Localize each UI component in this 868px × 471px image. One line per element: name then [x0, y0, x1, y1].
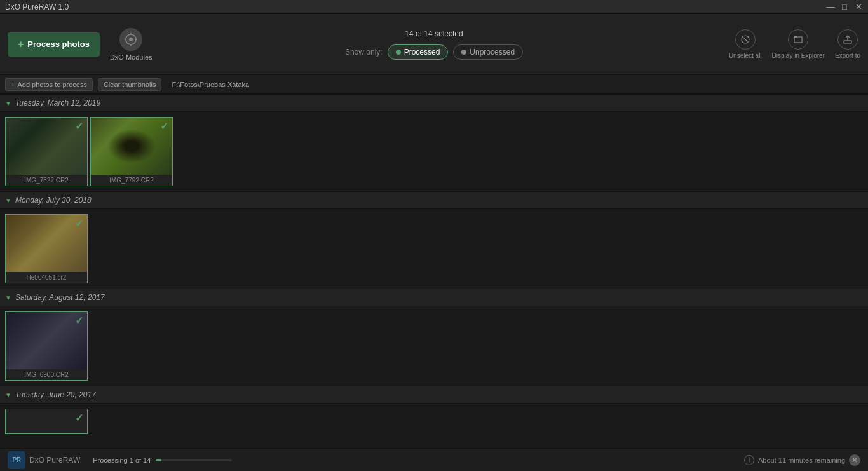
svg-point-1	[129, 38, 133, 41]
date-group-3: ▼ Saturday, August 12, 2017 IMG_6900.CR2…	[0, 289, 868, 386]
chevron-down-icon: ▼	[5, 392, 11, 399]
path-folder: \Fotos\	[178, 81, 200, 88]
list-item[interactable]: IMG_6900.CR2 ✓	[5, 311, 88, 381]
path-prefix: F:	[172, 81, 178, 88]
add-photos-button[interactable]: + Add photos to process	[5, 78, 93, 91]
logo-text: PR	[13, 456, 21, 463]
check-icon-3: ✓	[75, 217, 83, 229]
progress-bar	[156, 459, 232, 461]
display-in-explorer-label: Display in Explorer	[772, 52, 825, 59]
info-icon: i	[744, 455, 754, 465]
maximize-button[interactable]: □	[840, 3, 849, 11]
process-photos-button[interactable]: + Process photos	[8, 32, 100, 57]
filter-label: Show only:	[345, 48, 383, 57]
processed-dot	[396, 50, 401, 55]
photo-grid-3: IMG_6900.CR2 ✓	[0, 306, 868, 386]
filter-processed-button[interactable]: Processed	[388, 44, 449, 60]
date-label-4: Tuesday, June 20, 2017	[15, 390, 96, 399]
display-in-explorer-icon	[788, 29, 808, 50]
dxo-modules-label: DxO Modules	[110, 53, 153, 61]
unselect-all-label: Unselect all	[729, 52, 762, 59]
photo-label-3: file004051.cr2	[6, 272, 87, 283]
export-to-label: Export to	[835, 52, 860, 59]
toolbar-center: 14 of 14 selected Show only: Processed U…	[345, 29, 523, 60]
path-subfolder: Pruebas Xataka	[200, 81, 249, 88]
date-group-4: ▼ Tuesday, June 20, 2017 ✓	[0, 386, 868, 439]
close-processing-button[interactable]: ✕	[849, 454, 860, 466]
photo-label-4: IMG_6900.CR2	[6, 369, 87, 380]
app-title: DxO PureRAW 1.0	[5, 3, 69, 11]
app-logo: PR DxO PureRAW	[8, 451, 80, 469]
photo-grid-1: IMG_7822.CR2 ✓ IMG_7792.CR2 ✓	[0, 112, 868, 191]
date-header-1[interactable]: ▼ Tuesday, March 12, 2019	[0, 94, 868, 112]
chevron-down-icon: ▼	[5, 100, 11, 107]
toolbar-right: Unselect all Display in Explorer Export …	[729, 29, 860, 59]
check-icon-4: ✓	[75, 315, 83, 327]
check-icon-1: ✓	[75, 120, 83, 132]
export-to-button[interactable]: Export to	[835, 29, 860, 59]
display-in-explorer-button[interactable]: Display in Explorer	[772, 29, 825, 59]
close-window-button[interactable]: ✕	[854, 3, 863, 11]
path-display: F:\Fotos\Pruebas Xataka	[172, 81, 249, 88]
window-controls: — □ ✕	[826, 3, 863, 11]
date-header-2[interactable]: ▼ Monday, July 30, 2018	[0, 191, 868, 209]
clear-thumbnails-label: Clear thumbnails	[104, 81, 156, 88]
date-label-1: Tuesday, March 12, 2019	[15, 99, 100, 107]
add-photos-plus-icon: +	[11, 81, 15, 88]
chevron-down-icon: ▼	[5, 294, 11, 301]
status-bar: PR DxO PureRAW Processing 1 of 14 i Abou…	[0, 448, 868, 471]
date-group-2: ▼ Monday, July 30, 2018 file004051.cr2 ✓	[0, 191, 868, 289]
unselect-all-button[interactable]: Unselect all	[729, 29, 762, 59]
secondary-toolbar: + Add photos to process Clear thumbnails…	[0, 75, 868, 94]
time-remaining-label: About 11 minutes remaining	[758, 456, 845, 464]
dxo-modules-icon	[119, 28, 142, 51]
photo-label-2: IMG_7792.CR2	[91, 175, 172, 186]
filter-unprocessed-label: Unprocessed	[470, 48, 515, 57]
list-item[interactable]: IMG_7822.CR2 ✓	[5, 117, 88, 186]
date-header-4[interactable]: ▼ Tuesday, June 20, 2017	[0, 386, 868, 404]
check-icon-5: ✓	[75, 412, 83, 424]
date-group-1: ▼ Tuesday, March 12, 2019 IMG_7822.CR2 ✓…	[0, 94, 868, 191]
app-logo-icon: PR	[8, 451, 25, 469]
date-label-3: Saturday, August 12, 2017	[15, 293, 105, 302]
app-name-label: DxO PureRAW	[29, 456, 80, 465]
list-item[interactable]: ✓	[5, 409, 88, 434]
date-label-2: Monday, July 30, 2018	[15, 196, 92, 205]
chevron-down-icon: ▼	[5, 197, 11, 204]
svg-rect-8	[794, 37, 802, 43]
time-remaining: i About 11 minutes remaining ✕	[744, 454, 860, 466]
photo-grid-4: ✓	[0, 404, 868, 439]
process-photos-label: Process photos	[27, 39, 90, 49]
check-icon-2: ✓	[160, 120, 168, 132]
list-item[interactable]: file004051.cr2 ✓	[5, 214, 88, 283]
unselect-all-icon	[735, 29, 756, 50]
filter-unprocessed-button[interactable]: Unprocessed	[453, 44, 523, 60]
progress-bar-fill	[156, 459, 161, 461]
add-photos-label: Add photos to process	[17, 81, 86, 88]
main-toolbar: + Process photos DxO Modules 14 of 14 se…	[0, 14, 868, 75]
processing-status: Processing 1 of 14	[93, 456, 232, 464]
date-header-3[interactable]: ▼ Saturday, August 12, 2017	[0, 289, 868, 306]
selection-count: 14 of 14 selected	[405, 29, 463, 38]
photo-label-1: IMG_7822.CR2	[6, 175, 87, 186]
photo-grid-2: file004051.cr2 ✓	[0, 209, 868, 289]
dxo-modules-button[interactable]: DxO Modules	[110, 28, 153, 61]
export-to-icon	[837, 29, 858, 50]
svg-line-7	[743, 38, 747, 41]
minimize-button[interactable]: —	[826, 3, 835, 11]
list-item[interactable]: IMG_7792.CR2 ✓	[90, 117, 173, 186]
clear-thumbnails-button[interactable]: Clear thumbnails	[98, 78, 162, 91]
svg-rect-11	[844, 41, 851, 43]
svg-rect-9	[794, 36, 797, 38]
title-bar: DxO PureRAW 1.0 — □ ✕	[0, 0, 868, 14]
plus-icon: +	[18, 39, 24, 50]
main-content: ▼ Tuesday, March 12, 2019 IMG_7822.CR2 ✓…	[0, 94, 868, 448]
processing-label: Processing 1 of 14	[93, 456, 151, 464]
filter-bar: Show only: Processed Unprocessed	[345, 44, 523, 60]
unprocessed-dot	[461, 50, 466, 55]
filter-processed-label: Processed	[404, 48, 440, 57]
